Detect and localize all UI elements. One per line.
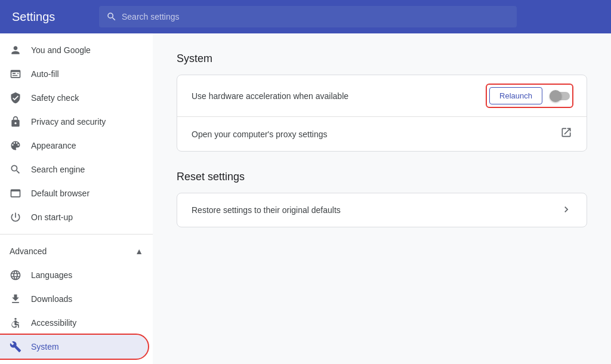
power-icon [10, 211, 21, 223]
sidebar-item-reset-settings[interactable]: Reset settings [0, 359, 148, 364]
chevron-up-icon: ▲ [135, 246, 143, 256]
sidebar-label-search-engine: Search engine [31, 165, 85, 174]
sidebar-item-you-and-google[interactable]: You and Google [0, 38, 148, 62]
sidebar-item-system[interactable]: System [0, 335, 148, 359]
accessibility-icon [10, 317, 21, 329]
sidebar-label-appearance: Appearance [31, 141, 76, 150]
search-icon [106, 11, 117, 22]
system-section-title: System [177, 53, 587, 65]
reset-section-title: Reset settings [177, 171, 587, 183]
sidebar-item-languages[interactable]: Languages [0, 263, 148, 287]
search-input[interactable] [122, 12, 510, 21]
hardware-acceleration-highlight: Relaunch [487, 85, 572, 107]
proxy-settings-row[interactable]: Open your computer's proxy settings [177, 117, 587, 151]
chevron-right-icon [560, 203, 572, 217]
toggle-thumb [550, 90, 561, 102]
sidebar-label-default-browser: Default browser [31, 189, 90, 198]
layout: You and Google Auto-fill Safety check Pr… [0, 33, 611, 364]
sidebar-item-safety-check[interactable]: Safety check [0, 86, 148, 110]
hardware-acceleration-toggle[interactable] [550, 90, 570, 102]
shield-icon [10, 92, 21, 104]
sidebar-item-auto-fill[interactable]: Auto-fill [0, 62, 148, 86]
sidebar-label-privacy-security: Privacy and security [31, 117, 106, 127]
search-engine-icon [10, 164, 21, 175]
download-icon [10, 293, 21, 305]
external-link-icon [560, 127, 572, 141]
sidebar-item-appearance[interactable]: Appearance [0, 134, 148, 158]
sidebar-item-search-engine[interactable]: Search engine [0, 158, 148, 181]
sidebar-label-on-startup: On start-up [31, 212, 73, 222]
person-icon [10, 44, 21, 56]
sidebar-divider [0, 234, 153, 235]
sidebar-label-safety-check: Safety check [31, 93, 79, 103]
sidebar-label-auto-fill: Auto-fill [31, 69, 59, 79]
relaunch-button[interactable]: Relaunch [489, 87, 542, 104]
header: Settings [0, 0, 611, 33]
lock-icon [10, 116, 21, 128]
restore-defaults-row[interactable]: Restore settings to their original defau… [177, 193, 587, 227]
sidebar-label-accessibility: Accessibility [31, 318, 76, 328]
autofill-icon [10, 68, 21, 80]
main-content: System Use hardware acceleration when av… [153, 33, 611, 364]
palette-icon [10, 140, 21, 152]
sidebar-label-languages: Languages [31, 270, 72, 280]
sidebar-label-system: System [31, 342, 59, 351]
sidebar-label-you-and-google: You and Google [31, 45, 91, 55]
reset-card: Restore settings to their original defau… [177, 193, 587, 227]
sidebar: You and Google Auto-fill Safety check Pr… [0, 33, 153, 364]
advanced-section-header[interactable]: Advanced ▲ [0, 239, 153, 263]
system-card: Use hardware acceleration when available… [177, 75, 587, 152]
advanced-label: Advanced [10, 246, 47, 256]
restore-defaults-label: Restore settings to their original defau… [192, 205, 560, 215]
search-bar[interactable] [99, 6, 517, 27]
sidebar-item-privacy-security[interactable]: Privacy and security [0, 110, 148, 134]
proxy-settings-label: Open your computer's proxy settings [192, 129, 560, 139]
globe-icon [10, 269, 21, 281]
hardware-acceleration-label: Use hardware acceleration when available [192, 91, 487, 101]
sidebar-item-downloads[interactable]: Downloads [0, 287, 148, 311]
sidebar-label-downloads: Downloads [31, 294, 72, 304]
sidebar-item-default-browser[interactable]: Default browser [0, 181, 148, 205]
app-title: Settings [12, 10, 90, 24]
browser-icon [10, 187, 21, 199]
sidebar-item-accessibility[interactable]: Accessibility [0, 311, 148, 335]
sidebar-item-on-startup[interactable]: On start-up [0, 205, 148, 229]
wrench-icon [10, 341, 21, 353]
svg-point-0 [14, 318, 16, 320]
hardware-acceleration-row: Use hardware acceleration when available… [177, 75, 587, 117]
